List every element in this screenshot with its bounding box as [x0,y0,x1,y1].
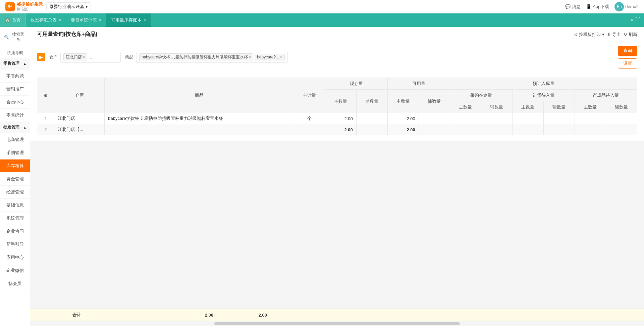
table-wrapper: ⚙ 仓库 商品 主计量 现存量 可用量 预计入库量 主数量 辅数量 主数量 [30,72,644,309]
sidebar-item-enterprise-wechat[interactable]: 企业微信 [0,264,30,277]
cell-product [105,124,294,135]
cell-current-aux [356,113,387,124]
settings-btn[interactable]: 设置 [618,58,637,68]
chevron-down-icon: ▾ [602,32,604,37]
cell-purchase-aux [481,124,512,135]
sidebar-item-retail-mall[interactable]: 零售商城 [0,69,30,83]
th-production-aux: 辅数量 [606,101,637,113]
table-row: 2 江北门店【... 2.00 2.00 [37,124,637,135]
tab-home[interactable]: 🏠 首页 [0,13,26,27]
th-current-stock: 现存量 [325,78,387,90]
sidebar-item-finance[interactable]: 资金管理 [0,173,30,186]
expand-filter-btn[interactable]: ▶ [37,53,45,61]
tab-receive-send[interactable]: 收发存汇总表 × [26,13,66,27]
warehouse-ellipsis[interactable]: ... [89,55,95,60]
sidebar-item-wholesale-mgmt[interactable]: 批发管理 ▲ [0,122,30,133]
cell-inbound-aux [543,124,575,135]
remove-product-tag-2-btn[interactable]: × [280,55,282,59]
expand-tab-btn[interactable]: ⛶ [635,17,641,23]
cell-warehouse: 江北门店 [54,113,105,124]
sidebar-item-vip-member[interactable]: 畅会员 [0,277,30,290]
sidebar-item-ecommerce[interactable]: 电商管理 [0,133,30,146]
sidebar-item-marketing[interactable]: 营销推广 [0,83,30,96]
cell-production-main [575,113,606,124]
content-area: 可用量查询(按仓库+商品) 🖨 按模板打印 ▾ ⬇ 导出 ↻ 刷新 ▶ [30,27,644,326]
th-available-aux: 辅数量 [419,90,450,113]
horizontal-scrollbar[interactable] [30,321,644,326]
main-layout: 🔍 搜索菜单 快捷导航 零售管理 ▲ 零售商城 营销推广 会员中心 零售统计 批… [0,27,644,326]
warehouse-filter-tags[interactable]: 江北门店 × ... [60,52,121,63]
sidebar-item-inventory[interactable]: 库存核算 [0,159,30,173]
export-btn[interactable]: ⬇ 导出 [607,32,621,38]
sidebar-item-retail-stats[interactable]: 零售统计 [0,109,30,122]
cell-current-aux [356,124,387,135]
sidebar-item-system[interactable]: 系统管理 [0,212,30,225]
th-production-pending: 产成品待入量 [575,90,637,101]
sidebar-item-enterprise[interactable]: 企业协同 [0,225,30,238]
chevron-down-icon: ▾ [86,4,88,9]
th-warehouse: 仓库 [54,78,105,113]
footer-available-total: 2.00 [240,312,267,318]
tab-controls: × ⛶ [627,13,644,27]
table-row: 1 江北门店 babycare学饮杯 儿童防摔防撞吸管杯重力球吸嘴杯宝宝水杯 个… [37,113,637,124]
download-icon: 📱 [586,4,591,9]
message-btn[interactable]: 💬 消息 [565,4,581,10]
app-download-btn[interactable]: 📱 App下载 [586,4,609,10]
top-bar: 好 畅捷通好生意 标准版 母婴行业演示账套 ▾ 💬 消息 📱 App下载 Ea … [0,0,644,13]
sidebar-item-member[interactable]: 会员中心 [0,96,30,109]
tab-close-icon[interactable]: × [99,18,101,22]
table-area: ⚙ 仓库 商品 主计量 现存量 可用量 预计入库量 主数量 辅数量 主数量 [30,72,644,141]
cell-production-aux [606,124,637,135]
tab-close-icon[interactable]: × [59,18,61,22]
th-inbound-pending: 进货待入量 [512,90,575,101]
tab-spacer [151,13,627,27]
chevron-icon: ▲ [23,62,26,65]
th-current-main: 主数量 [325,90,356,113]
refresh-icon: ↻ [624,32,627,37]
top-bar-left: 好 畅捷通好生意 标准版 母婴行业演示账套 ▾ [5,2,91,11]
quick-nav-btn[interactable]: 快捷导航 [0,48,30,58]
th-gear[interactable]: ⚙ [37,78,54,113]
close-all-tabs-btn[interactable]: × [630,17,633,23]
sidebar-item-purchase[interactable]: 采购管理 [0,146,30,159]
sidebar-item-basic-info[interactable]: 基础信息 [0,199,30,212]
sidebar-item-app-center[interactable]: 应用中心 [0,251,30,264]
page-header: 可用量查询(按仓库+商品) 🖨 按模板打印 ▾ ⬇ 导出 ↻ 刷新 [30,27,644,42]
logo-text: 畅捷通好生意 标准版 [17,2,43,11]
footer-table: 合计 2.00 2.00 [37,312,637,318]
tab-order-stats[interactable]: 要货单统计表 × [66,13,106,27]
sidebar-item-retail-mgmt[interactable]: 零售管理 ▲ [0,58,30,69]
th-production-main: 主数量 [575,101,606,113]
cell-inbound-main [512,124,543,135]
top-bar-right: 💬 消息 📱 App下载 Ea demo2 [565,2,639,11]
cell-warehouse: 江北门店【... [54,124,105,135]
remove-warehouse-tag-btn[interactable]: × [83,55,85,59]
th-purchase-aux: 辅数量 [481,101,512,113]
th-available-main: 主数量 [387,90,419,113]
company-selector[interactable]: 母婴行业演示账套 ▾ [46,2,91,11]
th-inbound-aux: 辅数量 [543,101,575,113]
cell-avail-main: 2.00 [387,124,419,135]
cell-product: babycare学饮杯 儿童防摔防撞吸管杯重力球吸嘴杯宝宝水杯 [105,113,294,124]
sidebar-item-operations[interactable]: 经营管理 [0,186,30,199]
sidebar-item-new-guide[interactable]: 新手引导 [0,238,30,251]
query-btn[interactable]: 查询 [618,46,637,56]
export-icon: ⬇ [607,32,611,37]
th-available: 可用量 [387,78,450,90]
user-profile[interactable]: Ea demo2 [614,2,639,11]
scrollbar-thumb[interactable] [214,322,460,325]
print-icon: 🖨 [573,32,578,37]
product-filter-group: 商品 babycare学饮杯 儿童防摔防撞吸管杯重力球吸嘴杯宝宝水杯 × bab… [125,52,288,63]
th-purchase-main: 主数量 [450,101,481,113]
home-icon: 🏠 [5,18,10,23]
filter-bar: ▶ 仓库 江北门店 × ... 商品 babycare学饮杯 儿童防摔防撞吸管杯… [30,42,644,72]
cell-inbound-main [512,113,543,124]
product-filter-tags[interactable]: babycare学饮杯 儿童防摔防撞吸管杯重力球吸嘴杯宝宝水杯 × babyca… [136,52,288,63]
template-print-btn[interactable]: 🖨 按模板打印 ▾ [573,32,604,38]
refresh-btn[interactable]: ↻ 刷新 [624,32,637,38]
tab-available-stock[interactable]: 可用量库存账本 × [106,13,151,27]
search-menu-btn[interactable]: 🔍 搜索菜单 [3,30,27,44]
remove-product-tag-1-btn[interactable]: × [249,55,251,59]
tab-close-icon[interactable]: × [144,18,146,22]
nav-tabs: 🏠 首页 收发存汇总表 × 要货单统计表 × 可用量库存账本 × × ⛶ [0,13,644,27]
